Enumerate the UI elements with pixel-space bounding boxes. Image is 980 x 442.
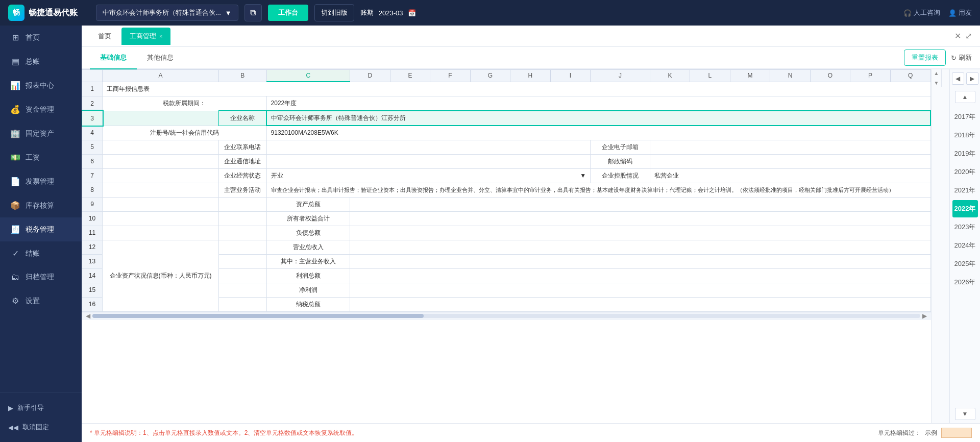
tab-home[interactable]: 首页 (90, 28, 119, 45)
sub-tabs: 基础信息 其他信息 重置报表 ↻ 刷新 (82, 47, 980, 69)
tab-bizmanage[interactable]: 工商管理 × (121, 28, 170, 45)
cell-13d[interactable] (350, 254, 930, 268)
cell-10d[interactable] (350, 211, 930, 226)
table-title-cell[interactable]: 工商年报信息表 (103, 82, 931, 96)
table-row: 5 企业联系电话 企业电子邮箱 (82, 140, 931, 154)
cell-11d[interactable] (350, 226, 930, 240)
col-header-E: E (390, 70, 430, 82)
workbench-button[interactable]: 工作台 (268, 5, 308, 21)
sidebar-item-report[interactable]: 📊 报表中心 (0, 73, 82, 97)
sub-tab-other[interactable]: 其他信息 (137, 47, 184, 69)
cell-5a (103, 140, 219, 154)
guide-icon: ▶ (8, 404, 13, 412)
vscroll-down-icon[interactable]: ▼ (933, 79, 940, 87)
table-row: 9 资产总额 (82, 197, 931, 211)
year-item-2018[interactable]: 2018年 (952, 127, 978, 144)
cell-4c[interactable]: 91320100MA208E5W6K (266, 126, 930, 140)
year-item-2023[interactable]: 2023年 (952, 218, 978, 236)
cell-15b (219, 283, 267, 297)
cell-14d[interactable] (350, 268, 930, 283)
cell-9c: 资产总额 (266, 197, 350, 211)
cell-7n[interactable]: 私营企业 (650, 168, 930, 183)
period-area: 账期 2023-03 📅 (360, 8, 416, 17)
cell-2c[interactable]: 2022年度 (266, 96, 930, 111)
tab-bizmanage-label: 工商管理 (130, 32, 156, 41)
table-row: 1 工商年报信息表 (82, 82, 931, 96)
hscroll-left-icon[interactable]: ◀ (84, 312, 92, 320)
sidebar-item-close[interactable]: ✓ 结账 (0, 241, 82, 265)
other-info-label: 其他信息 (147, 54, 174, 61)
sidebar-label-close: 结账 (26, 249, 40, 258)
period-value: 2023-03 (379, 9, 403, 17)
close-panel-icon[interactable]: ✕ (954, 31, 961, 41)
sub-tab-basic[interactable]: 基础信息 (90, 47, 137, 69)
cell-3c[interactable]: 中审众环会计师事务所（特殊普通合伙）江苏分所 (266, 111, 930, 126)
row-num-10: 10 (82, 211, 103, 226)
cell-12d[interactable] (350, 240, 930, 254)
cell-14c: 利润总额 (266, 268, 350, 283)
cell-6a (103, 154, 219, 168)
year-item-2025[interactable]: 2025年 (952, 255, 978, 273)
vscroll-up-icon[interactable]: ▲ (933, 69, 940, 77)
refresh-button[interactable]: ↻ 刷新 (951, 50, 972, 66)
sidebar-label-inventory: 库存核算 (26, 201, 54, 210)
table-row: 3 企业名称 中审众环会计师事务所（特殊普通合伙）江苏分所 (82, 111, 931, 126)
year-item-2021[interactable]: 2021年 (952, 182, 978, 199)
cell-6c[interactable] (266, 154, 591, 168)
inventory-icon: 📦 (10, 201, 20, 210)
dropdown-arrow-icon[interactable]: ▼ (580, 172, 586, 179)
year-item-2026[interactable]: 2026年 (952, 274, 978, 291)
cell-10a (103, 211, 219, 226)
hscroll-thumb[interactable] (92, 314, 424, 318)
cancel-fixed[interactable]: ◀◀ 取消固定 (0, 418, 82, 437)
company-selector[interactable]: 中审众环会计师事务所（特殊普通合伙... ▼ (96, 5, 238, 21)
cell-15d[interactable] (350, 283, 930, 297)
year-item-2017[interactable]: 2017年 (952, 108, 978, 126)
sidebar-item-fund[interactable]: 💰 资金管理 (0, 97, 82, 121)
sidebar-item-invoice[interactable]: 📄 发票管理 (0, 169, 82, 193)
year-collapse-btn[interactable]: ◀ (952, 72, 964, 85)
switch-version-button[interactable]: 切到旧版 (314, 4, 354, 21)
year-list: 2017年 2018年 2019年 2020年 2021年 2022年 2023… (950, 106, 980, 405)
reset-button[interactable]: 重置报表 (904, 50, 946, 66)
cell-5c[interactable] (266, 140, 591, 154)
sidebar-label-fund: 资金管理 (26, 105, 54, 114)
hscroll-right-icon[interactable]: ▶ (920, 312, 929, 320)
year-item-2024[interactable]: 2024年 (952, 237, 978, 254)
year-item-2022[interactable]: 2022年 (952, 200, 978, 217)
sidebar-item-salary[interactable]: 💵 工资 (0, 145, 82, 169)
year-scroll-down-btn[interactable]: ▼ (955, 408, 975, 420)
tab-close-icon[interactable]: × (159, 33, 162, 39)
year-item-2019[interactable]: 2019年 (952, 145, 978, 162)
sidebar-item-ledger[interactable]: ▤ 总账 (0, 50, 82, 73)
year-scroll-up-btn[interactable]: ▲ (955, 91, 975, 103)
cell-12b (219, 240, 267, 254)
copy-icon[interactable]: ⧉ (244, 4, 262, 21)
year-item-2020[interactable]: 2020年 (952, 163, 978, 181)
ai-consult[interactable]: 🎧 人工咨询 (903, 8, 940, 17)
col-header-K: K (650, 70, 690, 82)
sidebar-item-tax[interactable]: 🧾 税务管理 (0, 217, 82, 241)
row-num-12: 12 (82, 240, 103, 254)
expand-icon[interactable]: ⤢ (965, 31, 972, 41)
cell-5k[interactable] (650, 140, 930, 154)
year-expand-btn[interactable]: ▶ (966, 72, 978, 85)
sidebar-item-assets[interactable]: 🏢 固定资产 (0, 121, 82, 145)
cell-7c[interactable]: 开业 ▼ (266, 168, 591, 183)
sidebar-item-settings[interactable]: ⚙ 设置 (0, 289, 82, 313)
hscroll-track[interactable] (92, 314, 920, 318)
cell-16d[interactable] (350, 297, 930, 311)
sidebar-item-home[interactable]: ⊞ 首页 (0, 26, 82, 50)
spreadsheet-main[interactable]: A B C D E F G H I J K L (82, 69, 931, 423)
user-area[interactable]: 👤 用友 (948, 8, 972, 17)
cell-6k[interactable] (650, 154, 930, 168)
new-guide[interactable]: ▶ 新手引导 (0, 398, 82, 418)
cell-8c[interactable]: 审查企业会计报表；出具审计报告；验证企业资本；出具验资报告；办理企业合并、分立、… (266, 183, 930, 197)
sidebar-label-ledger: 总账 (26, 57, 40, 66)
calendar-icon[interactable]: 📅 (408, 9, 416, 17)
cell-8a (103, 183, 219, 197)
sidebar-label-settings: 设置 (26, 297, 40, 306)
sidebar-item-archive[interactable]: 🗂 归档管理 (0, 265, 82, 289)
sidebar-item-inventory[interactable]: 📦 库存核算 (0, 193, 82, 217)
cell-9d[interactable] (350, 197, 930, 211)
